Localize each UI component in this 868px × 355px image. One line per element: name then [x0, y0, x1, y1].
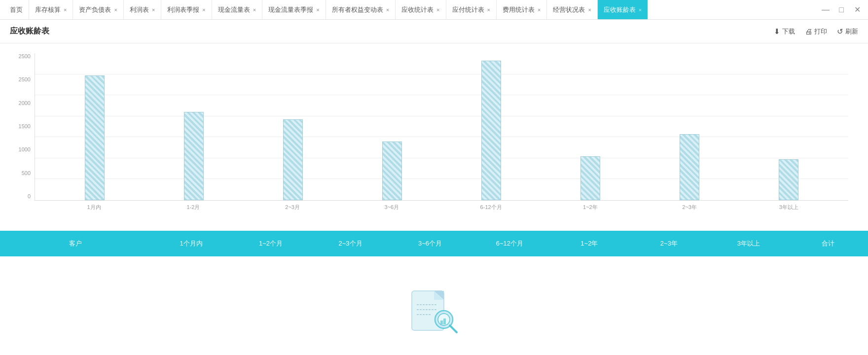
y-label-2000: 2000: [10, 100, 31, 106]
download-icon: ⬇: [774, 27, 780, 36]
bar-group-3y-plus: [739, 53, 838, 200]
th-2-3y: 2~3年: [629, 239, 709, 248]
tab-expense-stat[interactable]: 费用统计表 ×: [497, 0, 547, 20]
tab-ar-stat-close[interactable]: ×: [436, 7, 439, 13]
bar-group-1-2y: [541, 53, 640, 200]
refresh-button[interactable]: ↺ 刷新: [837, 27, 858, 36]
page-title: 应收账龄表: [10, 26, 49, 36]
bar-group-1-2m: [144, 53, 243, 200]
th-1m: 1个月内: [151, 239, 231, 248]
svg-rect-10: [443, 319, 446, 324]
bar-3-6m: [382, 142, 402, 200]
svg-rect-9: [440, 320, 443, 324]
y-label-0: 0: [10, 193, 31, 199]
print-button[interactable]: 🖨 打印: [805, 27, 827, 36]
empty-state: [404, 276, 464, 335]
bar-group-2-3y: [640, 53, 739, 200]
th-3-6m: 3~6个月: [390, 239, 470, 248]
bar-group-2-3m: [243, 53, 342, 200]
y-label-2500a: 2500: [10, 76, 31, 82]
chart-x-labels: 1月内 1-2月 2~3月 3~6月 6-12个月 1~2年 2~3年 3年以上: [35, 201, 848, 211]
x-label-2-3y: 2~3年: [640, 204, 739, 211]
x-label-1-2y: 1~2年: [541, 204, 640, 211]
tab-balance[interactable]: 资产负债表 ×: [73, 0, 123, 20]
chart-area: 0 500 1000 1500 2000 2500 2500: [0, 43, 868, 231]
tab-cashflow[interactable]: 现金流量表 ×: [212, 0, 262, 20]
y-label-500: 500: [10, 170, 31, 176]
window-close-button[interactable]: ✕: [850, 3, 864, 17]
x-label-1m: 1月内: [44, 204, 144, 211]
x-label-2-3m: 2~3月: [243, 204, 342, 211]
tab-bar: 首页 库存核算 × 资产负债表 × 利润表 × 利润表季报 × 现金流量表 × …: [0, 0, 868, 20]
tab-ap-stat-close[interactable]: ×: [487, 7, 490, 13]
tab-profit-close[interactable]: ×: [152, 7, 155, 13]
bar-1m: [85, 75, 105, 200]
tab-bar-actions: — □ ✕: [819, 3, 864, 17]
table-header: 客户 1个月内 1~2个月 2~3个月 3~6个月 6~12个月 1~2年 2~…: [0, 231, 868, 256]
bar-6-12m: [481, 61, 501, 200]
page-header: 应收账龄表 ⬇ 下载 🖨 打印 ↺ 刷新: [0, 20, 868, 43]
tab-profit-quarterly-close[interactable]: ×: [202, 7, 205, 13]
download-button[interactable]: ⬇ 下载: [774, 27, 795, 36]
bar-2-3m: [283, 119, 303, 200]
tab-equity[interactable]: 所有者权益变动表 ×: [326, 0, 396, 20]
chart-y-axis: 0 500 1000 1500 2000 2500 2500: [10, 53, 35, 211]
tab-inventory[interactable]: 库存核算 ×: [29, 0, 73, 20]
th-customer: 客户: [0, 239, 151, 248]
th-6-12m: 6~12个月: [470, 239, 549, 248]
header-actions: ⬇ 下载 🖨 打印 ↺ 刷新: [774, 27, 858, 36]
y-label-2500b: 2500: [10, 53, 31, 59]
bar-1-2y: [580, 156, 600, 200]
th-2-3m: 2~3个月: [311, 239, 390, 248]
tab-ar-aging-close[interactable]: ×: [639, 7, 642, 13]
th-total: 合计: [789, 239, 868, 248]
tab-home[interactable]: 首页: [4, 0, 29, 20]
x-label-6-12m: 6-12个月: [441, 204, 541, 211]
bar-group-1m: [45, 53, 144, 200]
bars-row: [35, 53, 848, 200]
tab-ar-aging[interactable]: 应收账龄表 ×: [598, 0, 648, 20]
x-label-3-6m: 3~6月: [342, 204, 441, 211]
chart-container: 0 500 1000 1500 2000 2500 2500: [10, 53, 848, 211]
bar-group-6-12m: [442, 53, 541, 200]
tab-inventory-close[interactable]: ×: [64, 7, 67, 13]
tab-profit-quarterly[interactable]: 利润表季报 ×: [161, 0, 212, 20]
window-maximize-button[interactable]: □: [834, 3, 848, 17]
bar-3y-plus: [779, 159, 798, 200]
tab-profit[interactable]: 利润表 ×: [124, 0, 161, 20]
tab-cashflow-quarterly-close[interactable]: ×: [316, 7, 319, 13]
tab-cashflow-close[interactable]: ×: [253, 7, 256, 13]
chart-body: 1月内 1-2月 2~3月 3~6月 6-12个月 1~2年 2~3年 3年以上: [35, 53, 848, 211]
main-content: 0 500 1000 1500 2000 2500 2500: [0, 43, 868, 355]
svg-line-8: [450, 325, 457, 332]
bar-2-3y: [680, 134, 699, 200]
th-1-2y: 1~2年: [549, 239, 629, 248]
tab-cashflow-quarterly[interactable]: 现金流量表季报 ×: [262, 0, 326, 20]
x-label-1-2m: 1-2月: [144, 204, 243, 211]
chart-grid: [35, 53, 848, 201]
tab-ar-stat[interactable]: 应收统计表 ×: [396, 0, 446, 20]
x-label-3y-plus: 3年以上: [739, 204, 838, 211]
th-3y-plus: 3年以上: [709, 239, 788, 248]
refresh-icon: ↺: [837, 27, 843, 36]
y-label-1500: 1500: [10, 123, 31, 129]
y-label-1000: 1000: [10, 146, 31, 152]
tab-operation-close[interactable]: ×: [588, 7, 591, 13]
print-icon: 🖨: [805, 27, 812, 36]
tab-equity-close[interactable]: ×: [386, 7, 389, 13]
bar-1-2m: [184, 112, 204, 200]
tab-expense-stat-close[interactable]: ×: [538, 7, 541, 13]
empty-state-icon: [404, 286, 464, 335]
window-minimize-button[interactable]: —: [819, 3, 832, 17]
table-body: [0, 256, 868, 355]
tab-operation[interactable]: 经营状况表 ×: [547, 0, 597, 20]
th-1-2m: 1~2个月: [231, 239, 310, 248]
bar-group-3-6m: [342, 53, 441, 200]
tab-ap-stat[interactable]: 应付统计表 ×: [446, 0, 497, 20]
tab-balance-close[interactable]: ×: [114, 7, 117, 13]
